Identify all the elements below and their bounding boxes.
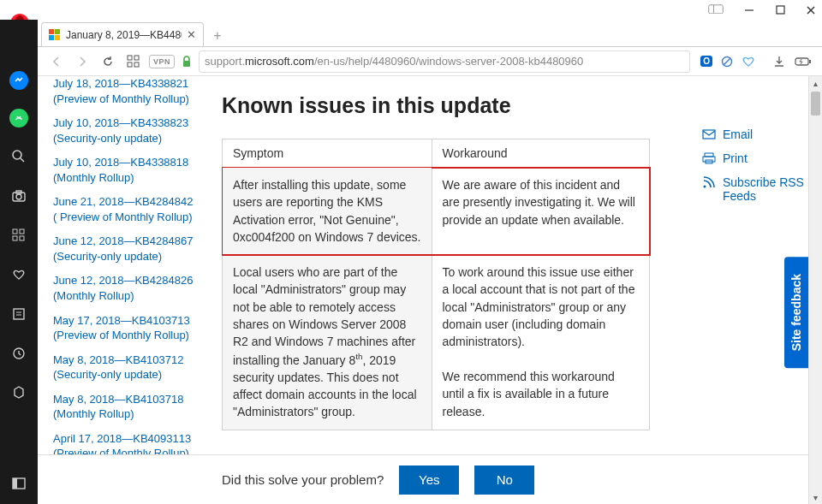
- reload-button[interactable]: [98, 51, 118, 72]
- table-row: After installing this update, some users…: [223, 168, 650, 255]
- rss-link[interactable]: Subscribe RSS Feeds: [702, 175, 813, 203]
- table-header-symptom: Symptom: [223, 139, 432, 168]
- svg-rect-9: [55, 29, 60, 34]
- workaround-cell: We are aware of this incident and are pr…: [432, 168, 650, 255]
- extensions-sidebar-icon[interactable]: [9, 382, 29, 403]
- nav-forward-button[interactable]: [72, 51, 92, 72]
- svg-rect-14: [128, 62, 132, 67]
- table-header-workaround: Workaround: [432, 139, 650, 168]
- email-icon: [702, 127, 716, 141]
- svg-rect-30: [14, 309, 24, 319]
- svg-line-22: [21, 158, 24, 162]
- print-label: Print: [723, 151, 748, 165]
- article-nav-link[interactable]: May 17, 2018—KB4103713 (Preview of Month…: [53, 313, 198, 343]
- sidebar-toggle-icon[interactable]: [707, 4, 724, 16]
- bookmarks-sidebar-icon[interactable]: [9, 264, 29, 285]
- feedback-question: Did this solve your problem?: [222, 472, 384, 487]
- article-nav-link[interactable]: May 8, 2018—KB4103712 (Security-only upd…: [53, 353, 198, 382]
- svg-rect-26: [13, 229, 17, 234]
- bookmark-heart-icon[interactable]: [742, 56, 755, 68]
- svg-rect-10: [49, 35, 54, 40]
- symptom-cell: Local users who are part of the local "A…: [223, 255, 432, 430]
- browser-tab[interactable]: January 8, 2019—KB44809 ✕: [41, 22, 204, 46]
- address-bar-row: VPN support.microsoft.com/en-us/help/448…: [0, 47, 822, 76]
- rss-label: Subscribe RSS Feeds: [723, 175, 813, 203]
- page-scrollbar[interactable]: ▴ ▾: [808, 76, 822, 504]
- new-tab-button[interactable]: +: [207, 26, 228, 46]
- whatsapp-icon[interactable]: [9, 109, 28, 127]
- tab-close-icon[interactable]: ✕: [187, 28, 196, 41]
- search-icon[interactable]: [9, 146, 29, 167]
- site-feedback-tab[interactable]: Site feedback: [784, 257, 808, 368]
- url-field[interactable]: support.microsoft.com/en-us/help/4480960…: [199, 50, 690, 73]
- article-nav-link[interactable]: June 21, 2018—KB4284842 ( Preview of Mon…: [53, 194, 198, 224]
- article-nav-sidebar: July 18, 2018—KB4338821 (Preview of Mont…: [38, 76, 205, 504]
- svg-line-18: [724, 58, 730, 65]
- scroll-thumb[interactable]: [811, 92, 820, 116]
- article-nav-link[interactable]: July 10, 2018—KB4338823 (Security-only u…: [53, 116, 198, 145]
- page-content: July 18, 2018—KB4338821 (Preview of Mont…: [38, 76, 822, 504]
- ms-favicon-icon: [49, 29, 61, 41]
- scroll-down-icon[interactable]: ▾: [809, 490, 822, 504]
- snapshot-icon[interactable]: [9, 186, 29, 206]
- speed-dial-icon[interactable]: [123, 51, 144, 72]
- nav-back-button[interactable]: [46, 51, 67, 72]
- block-icon[interactable]: [721, 56, 733, 68]
- svg-rect-36: [703, 130, 715, 139]
- workaround-cell: To work around this issue use either a l…: [432, 255, 650, 430]
- main-article: Known issues in this update Symptom Work…: [205, 76, 694, 504]
- svg-rect-3: [777, 6, 784, 14]
- svg-rect-27: [20, 229, 24, 234]
- close-window-button[interactable]: [805, 4, 817, 16]
- known-issues-table: Symptom Workaround After installing this…: [222, 139, 650, 430]
- svg-rect-29: [20, 236, 24, 240]
- url-path: /en-us/help/4480960/windows-server-2008-…: [314, 55, 583, 68]
- svg-rect-0: [709, 4, 724, 13]
- svg-rect-35: [13, 478, 17, 489]
- feedback-yes-button[interactable]: Yes: [399, 465, 459, 495]
- print-icon: [702, 151, 716, 165]
- minimize-button[interactable]: [743, 4, 755, 16]
- print-link[interactable]: Print: [702, 151, 813, 165]
- article-nav-link[interactable]: May 8, 2018—KB4103718 (Monthly Rollup): [53, 392, 198, 422]
- article-nav-link[interactable]: June 12, 2018—KB4284867 (Security-only u…: [53, 234, 198, 264]
- email-label: Email: [723, 127, 753, 141]
- url-prefix: support.: [205, 55, 245, 68]
- svg-rect-11: [55, 35, 60, 40]
- article-nav-link[interactable]: July 10, 2018—KB4338818 (Monthly Rollup): [53, 155, 198, 185]
- maximize-button[interactable]: [774, 4, 786, 16]
- feedback-no-button[interactable]: No: [474, 465, 534, 495]
- news-sidebar-icon[interactable]: [9, 304, 29, 324]
- scroll-up-icon[interactable]: ▴: [809, 76, 822, 90]
- speed-dial-sidebar-icon[interactable]: [9, 225, 29, 246]
- page-heading: Known issues in this update: [222, 93, 685, 118]
- svg-rect-37: [705, 153, 713, 157]
- opera-sidebar: [0, 20, 38, 504]
- vpn-badge[interactable]: VPN: [149, 55, 175, 68]
- svg-rect-16: [183, 61, 190, 67]
- address-bar-actions: O: [695, 55, 817, 68]
- messenger-icon[interactable]: [9, 71, 28, 90]
- lock-icon[interactable]: [182, 56, 192, 68]
- svg-rect-13: [134, 56, 139, 60]
- download-icon[interactable]: [772, 55, 786, 68]
- history-sidebar-icon[interactable]: [9, 343, 29, 364]
- svg-point-24: [16, 194, 21, 199]
- article-nav-link[interactable]: June 12, 2018—KB4284826 (Monthly Rollup): [53, 273, 198, 303]
- adblock-badge[interactable]: O: [700, 56, 712, 67]
- url-domain: microsoft.com: [245, 55, 314, 68]
- window-titlebar: [0, 0, 822, 20]
- svg-rect-20: [809, 60, 811, 63]
- tab-title: January 8, 2019—KB44809: [66, 29, 182, 41]
- svg-rect-28: [13, 236, 17, 240]
- svg-point-40: [704, 186, 706, 188]
- article-nav-link[interactable]: July 18, 2018—KB4338821 (Preview of Mont…: [53, 76, 198, 106]
- svg-rect-8: [49, 29, 54, 34]
- rss-icon: [702, 175, 716, 189]
- svg-rect-12: [128, 56, 132, 60]
- feedback-bar: Did this solve your problem? Yes No: [38, 454, 808, 504]
- battery-saver-icon[interactable]: [795, 56, 812, 67]
- tab-bar: January 8, 2019—KB44809 ✕ +: [0, 20, 822, 47]
- panel-toggle-icon[interactable]: [9, 473, 29, 494]
- email-link[interactable]: Email: [702, 127, 813, 141]
